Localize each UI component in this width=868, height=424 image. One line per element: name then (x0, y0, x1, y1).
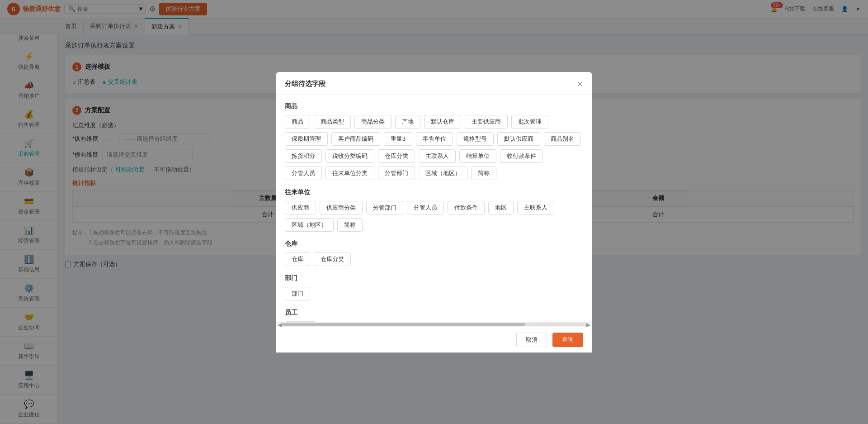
field-tag[interactable]: 区域（地区） (285, 218, 334, 232)
field-tag[interactable]: 商品分类 (354, 115, 392, 129)
section-仓库: 仓库仓库仓库分类 (285, 240, 583, 266)
scrollbar-track (282, 323, 586, 326)
field-tag[interactable]: 地区 (488, 201, 514, 214)
field-tag[interactable]: 批次管理 (511, 115, 548, 129)
field-tag[interactable]: 主联系人 (419, 149, 456, 163)
field-tag[interactable]: 规格型号 (457, 132, 494, 146)
section-员工: 员工业务员 (285, 309, 583, 322)
field-tag[interactable]: 保质期管理 (285, 132, 328, 146)
field-tag[interactable]: 简称 (471, 167, 496, 180)
field-tags-商品: 商品商品类型商品分类产地默认仓库主要供应商批次管理保质期管理客户商品编码重量3零… (285, 115, 583, 180)
field-select-modal: 分组待选字段 ✕ 商品商品商品类型商品分类产地默认仓库主要供应商批次管理保质期管… (276, 72, 592, 353)
modal-body: 商品商品商品类型商品分类产地默认仓库主要供应商批次管理保质期管理客户商品编码重量… (276, 95, 592, 322)
modal-footer: 取消 查询 (276, 327, 592, 353)
field-tag[interactable]: 仓库 (285, 252, 310, 266)
field-tag[interactable]: 分管部门 (366, 201, 403, 214)
field-tag[interactable]: 供应商分类 (320, 201, 363, 214)
field-tag[interactable]: 结算单位 (459, 149, 496, 163)
field-tag[interactable]: 商品 (285, 115, 310, 129)
field-tags-仓库: 仓库仓库分类 (285, 252, 583, 266)
modal-header: 分组待选字段 ✕ (276, 72, 592, 95)
field-tag[interactable]: 默认仓库 (424, 115, 461, 129)
section-title-员工: 员工 (285, 309, 583, 317)
horizontal-scrollbar[interactable]: ◀ ▶ (276, 322, 592, 327)
field-tag[interactable]: 往来单位分类 (326, 167, 374, 180)
field-tags-部门: 部门 (285, 287, 583, 300)
field-tag[interactable]: 产地 (395, 115, 420, 129)
field-tag[interactable]: 主联系人 (517, 201, 554, 214)
field-tag[interactable]: 默认供应商 (497, 132, 540, 146)
field-tag[interactable]: 商品类型 (314, 115, 351, 129)
field-tag[interactable]: 付款条件 (448, 201, 485, 214)
modal-close-icon[interactable]: ✕ (576, 79, 583, 89)
section-往来单位: 往来单位供应商供应商分类分管部门分管人员付款条件地区主联系人区域（地区）简称 (285, 188, 583, 232)
field-tag[interactable]: 仓库分类 (378, 149, 415, 163)
section-title-往来单位: 往来单位 (285, 188, 583, 196)
field-tag[interactable]: 仓库分类 (314, 252, 351, 266)
field-tag[interactable]: 主要供应商 (465, 115, 508, 129)
field-tag[interactable]: 分管人员 (407, 201, 444, 214)
field-tag[interactable]: 客户商品编码 (331, 132, 380, 146)
field-tag[interactable]: 分管人员 (285, 167, 322, 180)
section-title-部门: 部门 (285, 274, 583, 282)
scrollbar-thumb (282, 323, 525, 326)
field-tag[interactable]: 区域（地区） (419, 167, 467, 180)
modal-title: 分组待选字段 (285, 80, 326, 88)
section-title-仓库: 仓库 (285, 240, 583, 248)
confirm-button[interactable]: 查询 (552, 333, 583, 347)
section-部门: 部门部门 (285, 274, 583, 300)
field-tag[interactable]: 税收分类编码 (326, 149, 374, 163)
section-title-商品: 商品 (285, 102, 583, 110)
field-tag[interactable]: 商品别名 (544, 132, 581, 146)
section-商品: 商品商品商品类型商品分类产地默认仓库主要供应商批次管理保质期管理客户商品编码重量… (285, 102, 583, 180)
field-tag[interactable]: 供应商 (285, 201, 316, 214)
field-tag[interactable]: 重量3 (384, 132, 412, 146)
field-tags-往来单位: 供应商供应商分类分管部门分管人员付款条件地区主联系人区域（地区）简称 (285, 201, 583, 232)
field-tag[interactable]: 部门 (285, 287, 310, 300)
field-tag[interactable]: 分管部门 (378, 167, 415, 180)
field-tag[interactable]: 简称 (337, 218, 363, 232)
field-tag[interactable]: 收付款条件 (500, 149, 543, 163)
field-tag[interactable]: 零售单位 (416, 132, 453, 146)
field-tag[interactable]: 拣货积分 (285, 149, 322, 163)
cancel-button[interactable]: 取消 (516, 333, 547, 347)
modal-overlay: 分组待选字段 ✕ 商品商品商品类型商品分类产地默认仓库主要供应商批次管理保质期管… (0, 0, 868, 424)
